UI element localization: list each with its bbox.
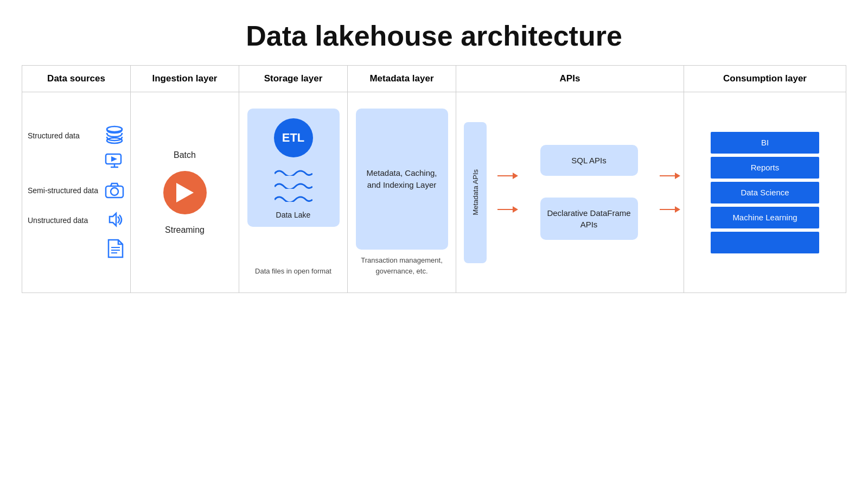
bar-bi: BI bbox=[711, 132, 819, 154]
metadata-apis-box: Metadata APIs bbox=[464, 122, 487, 263]
ingestion-arrow bbox=[163, 171, 207, 214]
right-arrows bbox=[656, 173, 684, 213]
batch-label: Batch bbox=[174, 150, 196, 160]
datasource-unstructured: Unstructured data bbox=[28, 211, 125, 231]
col-metadata: Metadata, Caching, and Indexing Layer Tr… bbox=[348, 92, 456, 292]
sql-apis-box: SQL APIs bbox=[540, 145, 638, 176]
metadata-apis-area: Metadata APIs bbox=[456, 92, 494, 292]
col-datasources: Structured data bbox=[22, 92, 131, 292]
header-datasources: Data sources bbox=[22, 66, 131, 92]
declarative-apis-box: Declarative DataFrame APIs bbox=[540, 198, 638, 240]
metadata-apis-label: Metadata APIs bbox=[471, 169, 480, 215]
data-lake-label: Data Lake bbox=[276, 211, 311, 219]
video-icon bbox=[104, 152, 125, 171]
svg-point-0 bbox=[107, 126, 122, 132]
header-consumption: Consumption layer bbox=[684, 66, 846, 92]
bar-datascience: Data Science bbox=[711, 182, 819, 204]
api-boxes-group: SQL APIs Declarative DataFrame APIs bbox=[521, 145, 656, 240]
arrow-to-declarative bbox=[497, 206, 518, 213]
header-storage: Storage layer bbox=[239, 66, 348, 92]
metadata-box: Metadata, Caching, and Indexing Layer bbox=[356, 109, 448, 250]
header-row: Data sources Ingestion layer Storage lay… bbox=[22, 66, 846, 92]
datasource-structured: Structured data bbox=[28, 124, 125, 148]
svg-marker-5 bbox=[111, 156, 117, 162]
bar-extra bbox=[711, 232, 819, 253]
camera-icon bbox=[104, 181, 125, 201]
database-icon bbox=[104, 124, 125, 148]
architecture-diagram: Data sources Ingestion layer Storage lay… bbox=[22, 65, 846, 293]
bar-reports: Reports bbox=[711, 157, 819, 179]
streaming-label: Streaming bbox=[165, 225, 205, 235]
header-metadata: Metadata layer bbox=[348, 66, 456, 92]
page-title: Data lakehouse architecture bbox=[246, 20, 622, 52]
svg-point-7 bbox=[111, 188, 118, 195]
metadata-sublabel: Transaction management, governance, etc. bbox=[353, 255, 450, 276]
ingestion-content: Batch Streaming bbox=[163, 150, 207, 235]
arrow-to-sql bbox=[497, 173, 518, 179]
document-icon bbox=[106, 238, 125, 261]
svg-marker-8 bbox=[110, 213, 116, 226]
col-ingestion: Batch Streaming bbox=[131, 92, 239, 292]
wave-group bbox=[275, 166, 312, 202]
consumption-bars: BI Reports Data Science Machine Learning bbox=[711, 130, 819, 255]
etl-circle: ETL bbox=[274, 118, 313, 157]
arrow-right-icon bbox=[176, 183, 194, 202]
col-apis: Metadata APIs SQL APIs Declarative DataF… bbox=[456, 92, 684, 292]
storage-box: ETL Data Lake bbox=[247, 109, 340, 227]
datasource-semi: Semi-structured data bbox=[28, 181, 125, 201]
header-ingestion: Ingestion layer bbox=[131, 66, 239, 92]
api-arrows bbox=[494, 173, 521, 213]
storage-sublabel: Data files in open format bbox=[255, 266, 331, 276]
datasources-list: Structured data bbox=[28, 124, 125, 261]
header-apis: APIs bbox=[456, 66, 684, 92]
arrow-decl-to-consumption bbox=[660, 206, 680, 213]
body-row: Structured data bbox=[22, 92, 846, 292]
bar-ml: Machine Learning bbox=[711, 207, 819, 228]
col-storage: ETL Data Lake Data files in open format bbox=[239, 92, 348, 292]
col-consumption: BI Reports Data Science Machine Learning bbox=[684, 92, 846, 292]
audio-icon bbox=[104, 211, 125, 231]
arrow-sql-to-consumption bbox=[660, 173, 680, 179]
